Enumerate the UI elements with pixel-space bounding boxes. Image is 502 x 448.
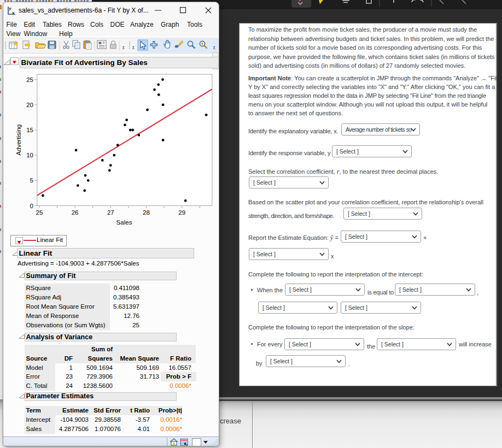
svg-text:x: x xyxy=(11,10,15,15)
svg-text:y: y xyxy=(9,5,12,11)
svg-text:Sales: Sales xyxy=(116,219,132,226)
svg-text:5: 5 xyxy=(30,177,33,184)
svg-text:Advertising: Advertising xyxy=(15,125,22,156)
svg-text:25: 25 xyxy=(26,76,33,83)
svg-text:0: 0 xyxy=(30,203,33,209)
svg-text:27: 27 xyxy=(107,209,114,216)
svg-text:28: 28 xyxy=(143,209,150,216)
svg-text:20: 20 xyxy=(26,102,33,108)
svg-text:25: 25 xyxy=(36,209,43,216)
svg-text:15: 15 xyxy=(26,127,33,133)
svg-text:29: 29 xyxy=(178,209,185,216)
svg-text:26: 26 xyxy=(72,209,79,216)
svg-text:10: 10 xyxy=(26,152,33,158)
